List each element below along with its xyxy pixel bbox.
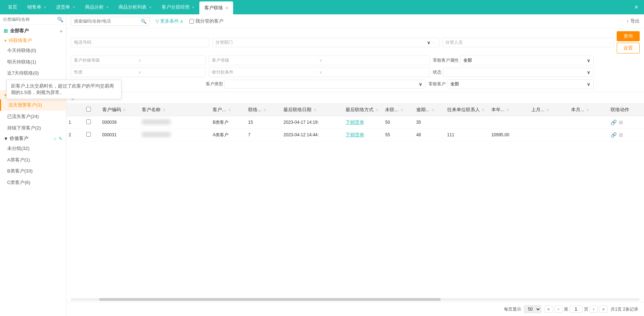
tab-analysis[interactable]: 商品分析 ×: [80, 0, 113, 14]
query-button[interactable]: 查询: [617, 31, 640, 41]
price-level-field[interactable]: 客户价格等级 ∨: [71, 56, 206, 65]
prev-page-button[interactable]: ‹: [555, 306, 562, 313]
table-row: 2 000031 A类客户 7 2023-04-12 14:44: 下销货单 5…: [66, 129, 644, 141]
select-all-checkbox[interactable]: [86, 107, 91, 112]
sidebar-item-7day-pending[interactable]: 近7天待联络(0): [0, 67, 66, 79]
gender-field[interactable]: 性质 ∨: [71, 67, 206, 77]
link-action-icon-2[interactable]: 🔗: [611, 132, 617, 138]
table-row: 1 000039 B类客户 15 2023-04-17 14:19: 下销货单 …: [66, 116, 644, 129]
sidebar-item-lost[interactable]: 已流失客户(24): [0, 111, 66, 122]
status-select[interactable]: ∨: [443, 68, 594, 77]
cell-person-2: 111: [445, 129, 489, 141]
method-link-2[interactable]: 下销货单: [346, 132, 364, 137]
tab-customer-layer-close[interactable]: ×: [192, 0, 194, 14]
col-header-year[interactable]: 本年... ⇅: [489, 104, 529, 116]
col-header-code[interactable]: 客户编码 ⇅: [100, 104, 140, 116]
contact-sort-icon: ⇅: [263, 108, 266, 112]
grid-action-icon-2[interactable]: ⊞: [619, 132, 623, 138]
tab-customer-contact[interactable]: 客户联络 ×: [199, 1, 233, 14]
triangle-icon-3: ▼: [4, 136, 8, 141]
sidebar-item-loss-warning[interactable]: 流失预警客户(3): [0, 99, 66, 111]
col-header-contact[interactable]: 联络... ⇅: [246, 104, 281, 116]
my-customers-check[interactable]: [189, 19, 194, 24]
sidebar-item-ungroup[interactable]: 未分组(32): [0, 143, 66, 154]
cell-lastmonth-2: [529, 129, 569, 141]
search-input[interactable]: [74, 19, 141, 24]
phone-field[interactable]: 电话号码: [71, 38, 209, 47]
last-page-button[interactable]: »: [599, 306, 608, 313]
gender-dropdown: ∨: [138, 70, 203, 75]
sidebar-item-today-pending[interactable]: 今天待联络(0): [0, 45, 66, 56]
link-action-icon-1[interactable]: 🔗: [611, 119, 617, 125]
horizontal-scrollbar[interactable]: [66, 297, 644, 302]
manage-group-icon[interactable]: ✎: [59, 136, 62, 141]
settings-button[interactable]: 设置: [617, 43, 640, 53]
payment-terms-field[interactable]: 收付款条件 ∨: [209, 67, 430, 77]
tab-customer-layer[interactable]: 客户分层经营 ×: [157, 0, 199, 14]
col-header-person[interactable]: 往来单位联系人 ⇅: [445, 104, 489, 116]
sidebar-item-declining[interactable]: 持续下滑客户(2): [0, 122, 66, 134]
code-sort-icon: ⇅: [123, 108, 126, 112]
cell-thismonth-2: [569, 129, 609, 141]
scrollbar-thumb[interactable]: [99, 298, 440, 301]
cell-checkbox-2[interactable]: [84, 129, 100, 141]
retail-customer-select[interactable]: 全部 ∨: [447, 79, 594, 89]
cell-checkbox-1[interactable]: [84, 116, 100, 129]
col-header-thismonth[interactable]: 本月... ⇅: [569, 104, 609, 116]
lastmonth-sort-icon: ⇅: [546, 108, 549, 112]
edit-group-icon[interactable]: ○: [54, 136, 56, 141]
tab-analysis-list[interactable]: 商品分析列表 ×: [113, 0, 156, 14]
sidebar-group-value[interactable]: ▼ 价值客户 ○ ✎: [0, 133, 66, 143]
cell-date-2: 2023-04-12 14:44:: [281, 129, 343, 141]
first-page-button[interactable]: «: [544, 306, 553, 313]
my-customers-checkbox[interactable]: 我分管的客户: [189, 18, 223, 24]
tab-purchase[interactable]: 进货单 ×: [51, 0, 80, 14]
customer-level-field[interactable]: 客户等级 ∨: [209, 56, 430, 65]
cell-method-1[interactable]: 下销货单: [343, 116, 383, 129]
page-word-pre: 第: [564, 306, 568, 312]
cell-index-2: 2: [66, 129, 84, 141]
sidebar-search-input[interactable]: [3, 17, 57, 22]
col-header-type[interactable]: 客户... ⇅: [210, 104, 246, 116]
date-sort-icon: ⇅: [314, 108, 316, 112]
manager-field[interactable]: 分管人员 ···: [442, 38, 614, 47]
per-page-select[interactable]: 50: [524, 305, 541, 313]
col-header-lastmonth[interactable]: 上月... ⇅: [529, 104, 569, 116]
sidebar-group-pending[interactable]: ▼ 待联络客户: [0, 36, 66, 45]
collapse-icon[interactable]: »: [60, 28, 62, 34]
col-header-uncontacted[interactable]: 未联... ⇅: [383, 104, 414, 116]
sidebar-all-customers[interactable]: ⊞ 全部客户 »: [0, 25, 66, 36]
sidebar-item-class-b[interactable]: B类客户(33): [0, 165, 66, 177]
tab-sales[interactable]: 销售单 ×: [22, 0, 51, 14]
col-header-method[interactable]: 最后联络方式 ⇅: [343, 104, 383, 116]
sidebar-item-class-c[interactable]: C类客户(6): [0, 177, 66, 188]
department-field[interactable]: 分管部门 ∨ ···: [212, 38, 439, 47]
export-button[interactable]: ↑ 导出: [627, 18, 640, 24]
method-link-1[interactable]: 下销货单: [346, 119, 364, 125]
cell-method-2[interactable]: 下销货单: [343, 129, 383, 141]
tab-purchase-close[interactable]: ×: [73, 0, 75, 14]
tab-customer-contact-close[interactable]: ×: [226, 1, 228, 14]
tab-home[interactable]: 首页: [3, 0, 22, 14]
row2-checkbox[interactable]: [86, 132, 91, 137]
col-header-name[interactable]: 客户名称 ⇅: [140, 104, 210, 116]
tab-analysis-list-close[interactable]: ×: [149, 0, 151, 14]
cell-contact-2: 7: [246, 129, 281, 141]
tab-analysis-close[interactable]: ×: [106, 0, 108, 14]
more-conditions-toggle[interactable]: ▽ 更多条件 ∧: [153, 16, 186, 26]
tab-sales-close[interactable]: ×: [44, 0, 46, 14]
search-icon[interactable]: 🔍: [141, 19, 147, 24]
customer-type-select[interactable]: ∨: [224, 80, 426, 89]
sidebar-search-icon[interactable]: 🔍: [57, 16, 63, 22]
retail-attr-select[interactable]: 全部 ∨: [460, 56, 594, 65]
grid-action-icon-1[interactable]: ⊞: [619, 119, 623, 125]
col-header-overdue[interactable]: 逾期... ⇅: [414, 104, 445, 116]
sidebar-item-class-a[interactable]: A类客户(1): [0, 154, 66, 166]
col-header-checkbox[interactable]: [84, 104, 100, 116]
page-number-input[interactable]: [570, 306, 583, 313]
row1-checkbox[interactable]: [86, 119, 91, 124]
close-all-button[interactable]: ×: [631, 4, 641, 11]
col-header-date[interactable]: 最后联络日期 ⇅: [281, 104, 343, 116]
sidebar-item-tomorrow-pending[interactable]: 明天待联络(1): [0, 56, 66, 68]
next-page-button[interactable]: ›: [590, 306, 598, 313]
